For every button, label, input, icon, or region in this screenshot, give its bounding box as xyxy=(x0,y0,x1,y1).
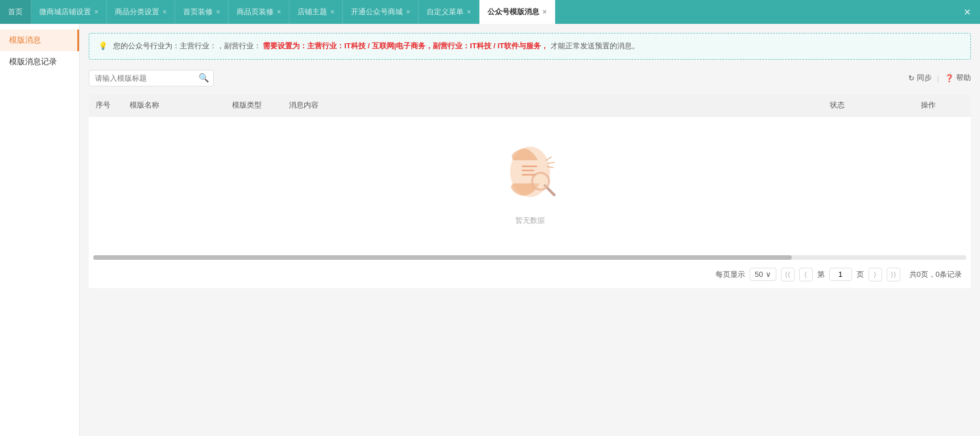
col-header-action: 操作 xyxy=(914,94,971,117)
scroll-thumb xyxy=(93,255,792,260)
notice-prefix: 您的公众号行业为：主营行业：，副营行业： xyxy=(113,41,261,50)
empty-text: 暂无数据 xyxy=(515,215,545,226)
sidebar-item-template-record[interactable]: 模版消息记录 xyxy=(0,51,79,73)
tab-bar-close-all[interactable]: ✕ xyxy=(954,7,980,18)
tab-template-msg-label: 公众号模版消息 xyxy=(487,7,539,17)
sidebar-item-template-record-label: 模版消息记录 xyxy=(9,57,57,66)
sidebar-item-template-message[interactable]: 模版消息 xyxy=(0,30,79,51)
col-header-type: 模版类型 xyxy=(225,94,282,117)
tab-shop-theme[interactable]: 店铺主题 × xyxy=(290,0,343,24)
svg-rect-1 xyxy=(522,165,537,167)
pagination-row: 每页显示 50 ∨ ⟨⟨ ⟨ 第 页 ⟩ ⟩⟩ 共0页，0条记录 xyxy=(89,261,971,288)
last-page-button[interactable]: ⟩⟩ xyxy=(887,268,900,281)
sync-button[interactable]: ↻ 同步 xyxy=(908,73,932,83)
tab-template-msg[interactable]: 公众号模版消息 × xyxy=(479,0,555,24)
tab-wechat-shop[interactable]: 微商城店铺设置 × xyxy=(31,0,107,24)
tab-product-decor-close[interactable]: × xyxy=(277,8,281,16)
notice-icon: 💡 xyxy=(98,41,107,50)
tab-shop-theme-close[interactable]: × xyxy=(330,8,334,16)
empty-icon xyxy=(496,139,564,207)
tab-product-category[interactable]: 商品分类设置 × xyxy=(107,0,175,24)
col-header-index: 序号 xyxy=(89,94,123,117)
tab-wechat-shop-label: 微商城店铺设置 xyxy=(39,7,91,17)
search-input[interactable] xyxy=(89,70,214,86)
tab-custom-menu-label: 自定义菜单 xyxy=(427,7,464,17)
tab-product-decor[interactable]: 商品页装修 × xyxy=(229,0,290,24)
prev-page-button[interactable]: ⟨ xyxy=(799,268,813,281)
tab-open-shop-close[interactable]: × xyxy=(406,8,410,16)
search-input-wrap: 🔍 xyxy=(89,70,214,86)
main-layout: 模版消息 模版消息记录 💡 您的公众号行业为：主营行业：，副营行业： 需要设置为… xyxy=(0,24,980,436)
tab-home-decor[interactable]: 首页装修 × xyxy=(175,0,229,24)
help-icon: ❓ xyxy=(945,74,954,82)
tab-product-category-close[interactable]: × xyxy=(163,8,167,16)
page-size-label: 每页显示 xyxy=(716,269,745,280)
tab-home-label: 首页 xyxy=(8,7,23,17)
toolbar-right: ↻ 同步 | ❓ 帮助 xyxy=(908,73,971,83)
scroll-track xyxy=(93,255,966,260)
tab-home-decor-label: 首页装修 xyxy=(183,7,213,17)
empty-state: 暂无数据 xyxy=(89,117,971,254)
page-size-value: 50 xyxy=(755,270,763,279)
tab-home[interactable]: 首页 xyxy=(0,0,31,24)
tab-open-shop[interactable]: 开通公众号商城 × xyxy=(343,0,419,24)
sync-label: 同步 xyxy=(917,73,932,83)
sidebar-item-template-message-label: 模版消息 xyxy=(9,35,41,44)
tab-product-category-label: 商品分类设置 xyxy=(115,7,159,17)
notice-highlight: 需要设置为：主营行业：IT科技 / 互联网|电子商务，副营行业：IT科技 / I… xyxy=(263,41,548,50)
tab-product-decor-label: 商品页装修 xyxy=(237,7,274,17)
chevron-down-icon: ∨ xyxy=(766,270,771,279)
table-container: 序号 模版名称 模版类型 消息内容 状态 xyxy=(89,94,971,288)
tab-template-msg-close[interactable]: × xyxy=(543,8,547,16)
page-input[interactable] xyxy=(829,268,852,281)
content-area: 💡 您的公众号行业为：主营行业：，副营行业： 需要设置为：主营行业：IT科技 /… xyxy=(80,24,980,436)
search-bar: 🔍 ↻ 同步 | ❓ 帮助 xyxy=(89,70,971,86)
svg-line-8 xyxy=(548,162,554,163)
notice-box: 💡 您的公众号行业为：主营行业：，副营行业： 需要设置为：主营行业：IT科技 /… xyxy=(89,33,971,60)
table-header-row: 序号 模版名称 模版类型 消息内容 状态 xyxy=(89,94,971,117)
help-button[interactable]: ❓ 帮助 xyxy=(945,73,971,83)
col-header-status: 状态 xyxy=(823,94,914,117)
first-page-button[interactable]: ⟨⟨ xyxy=(781,268,795,281)
notice-suffix: 才能正常发送预置的消息。 xyxy=(551,41,639,50)
col-header-name: 模版名称 xyxy=(123,94,225,117)
page-total: 共0页，0条记录 xyxy=(909,269,962,280)
svg-rect-2 xyxy=(522,169,534,171)
search-icon[interactable]: 🔍 xyxy=(199,73,209,83)
tab-open-shop-label: 开通公众号商城 xyxy=(351,7,403,17)
horizontal-scrollbar[interactable] xyxy=(89,254,971,261)
svg-point-6 xyxy=(532,173,549,190)
tab-custom-menu[interactable]: 自定义菜单 × xyxy=(419,0,479,24)
page-size-select[interactable]: 50 ∨ xyxy=(750,268,776,281)
col-header-content: 消息内容 xyxy=(282,94,823,117)
tab-wechat-shop-close[interactable]: × xyxy=(94,8,98,16)
data-table: 序号 模版名称 模版类型 消息内容 状态 xyxy=(89,94,971,254)
next-page-button[interactable]: ⟩ xyxy=(869,268,882,281)
tab-home-decor-close[interactable]: × xyxy=(216,8,220,16)
tab-custom-menu-close[interactable]: × xyxy=(467,8,471,16)
tab-bar: 首页 微商城店铺设置 × 商品分类设置 × 首页装修 × 商品页装修 × 店铺主… xyxy=(0,0,980,24)
sync-icon: ↻ xyxy=(908,74,915,82)
toolbar-divider: | xyxy=(937,74,939,82)
page-prefix: 第 xyxy=(817,269,825,280)
help-label: 帮助 xyxy=(956,73,971,83)
sidebar: 模版消息 模版消息记录 xyxy=(0,24,80,436)
tab-shop-theme-label: 店铺主题 xyxy=(297,7,327,17)
page-unit: 页 xyxy=(857,269,864,280)
